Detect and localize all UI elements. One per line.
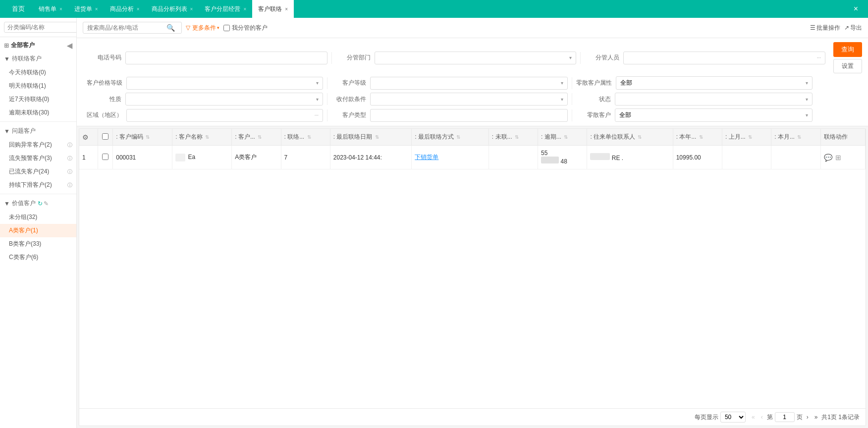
sidebar-grid-icon: ⊞ xyxy=(4,42,9,49)
chat-action-icon[interactable]: 💬 xyxy=(824,154,832,161)
retail-customer-dropdown[interactable]: 全部 ▾ xyxy=(615,108,813,122)
sidebar-item-declining[interactable]: 持续下滑客户(2) ⓘ xyxy=(0,178,76,192)
filter-cell-manager: 分管人员 ··· xyxy=(581,52,829,64)
overdue-sort-icon[interactable]: ⇅ xyxy=(564,134,568,140)
problem-customers-arrow-icon: ▼ xyxy=(4,128,10,135)
filter-cell-retail-customer: 零散客户 全部 ▾ xyxy=(572,108,816,122)
batch-ops-button[interactable]: ☰ 批量操作 xyxy=(810,24,840,32)
status-dropdown[interactable]: ▾ xyxy=(615,93,813,106)
phone-input[interactable] xyxy=(125,52,327,64)
select-all-checkbox[interactable] xyxy=(102,133,108,140)
close-salesorder-tab[interactable]: × xyxy=(59,6,62,12)
nav-tab-analysis-list[interactable]: 商品分析列表 × xyxy=(146,0,199,18)
customer-level-dropdown[interactable]: ▾ xyxy=(370,77,568,90)
method-sort-icon[interactable]: ⇅ xyxy=(456,134,460,140)
close-analysis-list-tab[interactable]: × xyxy=(190,6,193,12)
refresh-icon[interactable]: ↻ xyxy=(38,200,43,207)
sidebar-item-class-a[interactable]: A类客户(1) xyxy=(0,224,76,237)
code-sort-icon[interactable]: ⇅ xyxy=(146,134,150,140)
sidebar-item-tomorrow-contact[interactable]: 明天待联络(1) xyxy=(0,79,76,93)
last-contact-method-link[interactable]: 下销货单 xyxy=(415,154,438,160)
close-customer-mgmt-tab[interactable]: × xyxy=(243,6,246,12)
column-settings-icon[interactable]: ⚙ xyxy=(82,133,89,141)
date-sort-icon[interactable]: ⇅ xyxy=(375,134,379,140)
nav-tab-salesorder[interactable]: 销售单 × xyxy=(33,0,68,18)
row-last-contact-date: 2023-04-12 14:44: xyxy=(330,146,412,169)
settings-button[interactable]: 设置 xyxy=(833,59,862,73)
filter-search-icon[interactable]: 🔍 xyxy=(166,24,175,32)
row-checkbox[interactable] xyxy=(102,154,108,160)
sidebar-item-overdue-contact[interactable]: 逾期未联络(30) xyxy=(0,106,76,119)
advanced-filters: 电话号码 分管部门 ▾ 分管人员 ··· xyxy=(77,38,868,126)
export-button[interactable]: ↗ 导出 xyxy=(844,24,862,32)
customer-table: ⚙ : 客户编码 ⇅ : xyxy=(79,129,866,169)
manager-dropdown[interactable]: ··· xyxy=(623,52,825,64)
cp-sort-icon[interactable]: ⇅ xyxy=(638,134,642,140)
sidebar-group-pending-contact[interactable]: ▼ 待联络客户 xyxy=(0,52,76,66)
filter-search-input[interactable] xyxy=(87,24,166,31)
close-purchase-tab[interactable]: × xyxy=(95,6,98,12)
last-page-button[interactable]: » xyxy=(813,413,820,422)
rows-per-page-select[interactable]: 50 100 200 xyxy=(720,412,746,423)
sidebar-item-churned[interactable]: 已流失客户(24) ⓘ xyxy=(0,165,76,178)
sidebar-collapse-button[interactable]: ◀ xyxy=(67,42,72,50)
problem-customer-items: 回购异常客户(2) ⓘ 流失预警客户(3) ⓘ 已流失客户(24) ⓘ 持续下滑… xyxy=(0,138,76,192)
tm-sort-icon[interactable]: ⇅ xyxy=(797,134,801,140)
row-contact-person: RE . xyxy=(587,146,673,169)
row-this-year: 10995.00 xyxy=(673,146,722,169)
row-last-contact-method: 下销货单 xyxy=(412,146,489,169)
nav-tab-customer-contact[interactable]: 客户联络 × xyxy=(252,0,294,18)
sidebar-item-today-contact[interactable]: 今天待联络(0) xyxy=(0,66,76,79)
more-filters-button[interactable]: ▽ 更多条件 ▾ xyxy=(186,24,219,32)
query-button[interactable]: 查询 xyxy=(833,42,862,57)
price-level-dropdown[interactable]: ▾ xyxy=(126,77,323,90)
window-close-button[interactable]: × xyxy=(848,4,864,13)
payment-arrow-icon: ▾ xyxy=(561,97,563,102)
my-customers-checkbox[interactable] xyxy=(223,25,230,31)
sidebar-item-churn-warning[interactable]: 流失预警客户(3) ⓘ xyxy=(0,152,76,165)
nav-tab-customer-mgmt[interactable]: 客户分层经营 × xyxy=(199,0,252,18)
customer-type-input[interactable] xyxy=(370,109,568,122)
sidebar-all-customers-header: ⊞ 全部客户 ◀ xyxy=(0,37,76,52)
close-customer-contact-tab[interactable]: × xyxy=(285,6,288,12)
th-customer-type: : 客户... ⇅ xyxy=(232,129,281,146)
sidebar-group-problem-customers[interactable]: ▼ 问题客户 xyxy=(0,124,76,138)
nav-tab-analysis[interactable]: 商品分析 × xyxy=(104,0,146,18)
qr-action-icon[interactable]: ⊞ xyxy=(835,154,841,161)
top-nav: 首页 销售单 × 进货单 × 商品分析 × 商品分析列表 × 客户分层经营 × … xyxy=(0,0,868,18)
next-page-button[interactable]: › xyxy=(805,413,811,422)
dept-dropdown[interactable]: ▾ xyxy=(375,52,577,64)
prev-page-button[interactable]: ‹ xyxy=(759,413,765,422)
payment-dropdown[interactable]: ▾ xyxy=(370,93,568,106)
close-analysis-tab[interactable]: × xyxy=(137,6,140,12)
lm-sort-icon[interactable]: ⇅ xyxy=(748,134,752,140)
filter-row-4: 区域（地区） ··· 客户类型 零散客户 全部 ▾ xyxy=(83,108,862,122)
nav-home[interactable]: 首页 xyxy=(4,0,33,18)
sidebar-item-7days-contact[interactable]: 近7天待联络(0) xyxy=(0,93,76,106)
sidebar-item-repurchase-abnormal[interactable]: 回购异常客户(2) ⓘ xyxy=(0,138,76,152)
sidebar-item-class-b[interactable]: B类客户(33) xyxy=(0,237,76,251)
overdue-bar xyxy=(541,157,559,163)
edit-group-icon[interactable]: ✎ xyxy=(44,200,49,207)
region-dropdown[interactable]: ··· xyxy=(126,109,323,122)
content-area: 🔍 ▽ 更多条件 ▾ 我分管的客户 ☰ 批量操作 ↗ 导出 xyxy=(77,18,868,428)
sidebar-group-value-customers[interactable]: ▼ 价值客户 ↻ ✎ xyxy=(0,196,76,211)
name-sort-icon[interactable]: ⇅ xyxy=(205,134,209,140)
sidebar-search-area: 🔍 xyxy=(0,18,76,37)
customer-level-arrow-icon: ▾ xyxy=(561,80,563,86)
page-number-input[interactable] xyxy=(775,412,795,422)
retail-attr-dropdown[interactable]: 全部 ▾ xyxy=(616,76,813,90)
sidebar-item-unclassified[interactable]: 未分组(32) xyxy=(0,211,76,224)
ctype-sort-icon[interactable]: ⇅ xyxy=(258,134,262,140)
contact-sort-icon[interactable]: ⇅ xyxy=(307,134,311,140)
nature-dropdown[interactable]: ▾ xyxy=(125,93,323,106)
th-action: 联络动作 xyxy=(820,129,865,146)
nc-sort-icon[interactable]: ⇅ xyxy=(515,134,519,140)
nav-tab-purchase[interactable]: 进货单 × xyxy=(68,0,104,18)
ty-sort-icon[interactable]: ⇅ xyxy=(699,134,703,140)
th-name: : 客户名称 ⇅ xyxy=(172,129,232,146)
table-scroll-area[interactable]: ⚙ : 客户编码 ⇅ : xyxy=(79,129,866,408)
first-page-button[interactable]: « xyxy=(750,413,757,422)
sidebar-item-class-c[interactable]: C类客户(6) xyxy=(0,251,76,264)
sidebar-search-input[interactable] xyxy=(4,22,77,33)
